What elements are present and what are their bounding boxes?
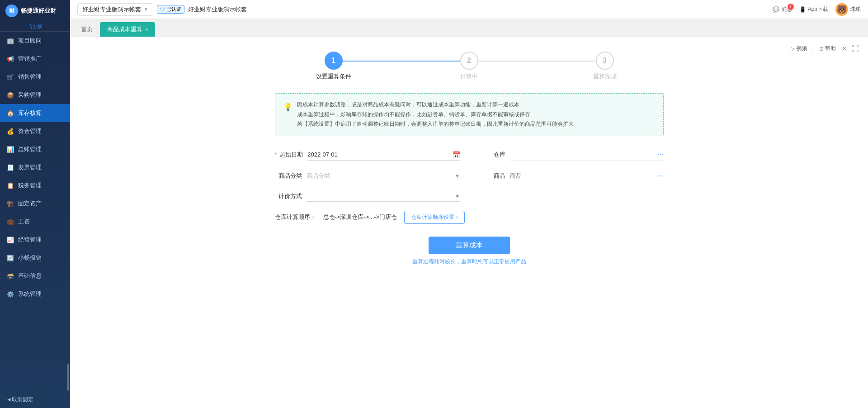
notice-icon: 💡 <box>283 101 292 129</box>
sidebar-icon-base: 🗃️ <box>6 272 14 280</box>
sidebar-item-payroll[interactable]: 💼 工资 <box>0 213 70 231</box>
pricing-select[interactable]: ▼ <box>307 191 460 202</box>
goods-input[interactable] <box>510 172 658 179</box>
goods-label: 商品 <box>478 172 505 180</box>
sidebar-item-base[interactable]: 🗃️ 基础信息 <box>0 267 70 285</box>
sidebar-label-invoice: 发票管理 <box>18 163 42 171</box>
tabbar: 首页商品成本重算× <box>70 19 868 37</box>
tab-label-recalc: 商品成本重算 <box>107 25 142 33</box>
help-icon: ⊙ <box>819 46 824 52</box>
sidebar-item-marketing[interactable]: 📢 营销推广 <box>0 50 70 68</box>
sidebar-icon-project: 🏢 <box>6 37 14 45</box>
sidebar-icon-expense: 🔄 <box>6 254 14 262</box>
sidebar-label-tax: 税务管理 <box>18 181 42 190</box>
step-1: 1 设置重算条件 <box>266 52 401 81</box>
sidebar-label-expense: 小畅报销 <box>18 254 42 262</box>
warehouse-dots-button[interactable]: ··· <box>657 151 663 159</box>
user-avatar-button[interactable]: 🐻 珠珠 <box>835 3 861 16</box>
video-link[interactable]: ▷ 视频 <box>791 45 807 52</box>
sidebar-item-project[interactable]: 🏢 项目顾问 <box>0 32 70 50</box>
calendar-icon[interactable]: 📅 <box>453 151 460 158</box>
step-2: 2 计算中 <box>401 52 537 81</box>
sidebar-label-payroll: 工资 <box>18 218 30 226</box>
form-row-1: * 起始日期 📅 仓库 ··· <box>275 149 664 161</box>
notice-box: 💡 因成本计算参数调整，或是对商品成本有疑问时，可以通过成本重算功能，重新计算一… <box>275 93 664 136</box>
sidebar-icon-payroll: 💼 <box>6 218 14 226</box>
notice-line: 若【系统设置】中启用了自动调整记账日期时，会调整入库单的整单记账日期，因此重新计… <box>297 119 574 129</box>
start-date-input[interactable] <box>307 151 452 158</box>
step-label-3: 重算完成 <box>593 72 617 81</box>
category-select[interactable]: 商品分类 ▼ <box>307 170 460 182</box>
step-circle-3: 3 <box>596 52 614 70</box>
sidebar-unpin-button[interactable]: ◄取消固定 <box>0 391 70 408</box>
logo-text: 畅捷通好业财 <box>21 7 56 15</box>
sidebar-item-expense[interactable]: 🔄 小畅报销 <box>0 249 70 267</box>
start-date-input-wrap[interactable]: 📅 <box>307 149 460 161</box>
warehouse-input[interactable] <box>510 151 658 158</box>
form-row-3: 计价方式 ▼ <box>275 191 664 202</box>
topbar-left: 好业财专业版演示帐套 ▼ 🛡 已认证 好业财专业版演示帐套 <box>77 3 247 16</box>
start-date-field: * 起始日期 📅 <box>275 149 460 161</box>
goods-dots-button[interactable]: ··· <box>657 172 663 180</box>
sidebar-item-operations[interactable]: 📈 经营管理 <box>0 231 70 249</box>
sidebar-icon-tax: 📋 <box>6 181 14 190</box>
message-button[interactable]: 💬 消息 1 <box>773 5 792 13</box>
company-select[interactable]: 好业财专业版演示帐套 ▼ <box>77 3 153 16</box>
sidebar-item-assets[interactable]: 🏗️ 固定资产 <box>0 195 70 213</box>
warehouse-order-settings-button[interactable]: 仓库计算顺序设置 › <box>404 211 465 224</box>
sidebar-label-accounting: 总账管理 <box>18 145 42 153</box>
sidebar-icon-operations: 📈 <box>6 236 14 244</box>
sidebar-item-sales[interactable]: 🛒 销售管理 <box>0 68 70 86</box>
message-icon: 💬 <box>773 6 779 13</box>
sidebar: 财 畅捷通好业财 专业版 🏢 项目顾问 📢 营销推广 🛒 销售管理 📦 采购管理… <box>0 0 70 408</box>
sidebar-label-project: 项目顾问 <box>18 37 42 45</box>
help-link[interactable]: ⊙ 帮助 <box>819 45 836 52</box>
sidebar-icon-marketing: 📢 <box>6 55 14 63</box>
sidebar-item-purchase[interactable]: 📦 采购管理 <box>0 86 70 104</box>
warehouse-order-value: 总仓->深圳仓库->...->门店仓 <box>323 213 397 221</box>
warehouse-input-wrap[interactable]: ··· <box>510 149 664 161</box>
maximize-button[interactable]: ⛶ <box>852 45 859 53</box>
logo-icon: 财 <box>5 5 18 17</box>
sidebar-item-system[interactable]: ⚙️ 系统管理 <box>0 285 70 303</box>
chevron-right-icon: › <box>456 214 458 220</box>
tab-close-recalc[interactable]: × <box>145 27 148 32</box>
warehouse-field: 仓库 ··· <box>478 149 664 161</box>
sidebar-item-tax[interactable]: 📋 税务管理 <box>0 176 70 195</box>
verified-badge: 🛡 已认证 <box>157 5 184 14</box>
sidebar-item-inventory[interactable]: 🏠 库存核算 <box>0 104 70 122</box>
sidebar-label-base: 基础信息 <box>18 272 42 280</box>
sidebar-label-sales: 销售管理 <box>18 73 42 81</box>
shield-icon: 🛡 <box>160 7 165 12</box>
form-row-2: 商品分类 商品分类 ▼ 商品 ··· <box>275 170 664 182</box>
company-select-value: 好业财专业版演示帐套 <box>82 5 141 14</box>
close-button[interactable]: ✕ <box>841 44 847 53</box>
notice-line: 成本重算过程中，影响库存账的操作均不能操作，比如进货单、销货单、库存单据不能审核… <box>297 110 574 120</box>
recalculate-button[interactable]: 重算成本 <box>429 237 510 254</box>
sidebar-item-finance[interactable]: 💰 资金管理 <box>0 122 70 140</box>
warehouse-label: 仓库 <box>478 151 505 159</box>
sidebar-label-assets: 固定资产 <box>18 199 42 208</box>
form-area: * 起始日期 📅 仓库 ··· <box>275 149 664 266</box>
category-value: 商品分类 <box>307 172 455 180</box>
sidebar-item-accounting[interactable]: 📊 总账管理 <box>0 140 70 158</box>
app-download-button[interactable]: 📱 App下载 <box>799 5 828 13</box>
step-3: 3 重算完成 <box>537 52 673 81</box>
tab-recalc[interactable]: 商品成本重算× <box>100 22 155 37</box>
sidebar-label-finance: 资金管理 <box>18 127 42 135</box>
step-circle-1: 1 <box>325 52 343 70</box>
sidebar-label-inventory: 库存核算 <box>18 109 42 117</box>
sidebar-icon-purchase: 📦 <box>6 91 14 99</box>
sidebar-nav: 🏢 项目顾问 📢 营销推广 🛒 销售管理 📦 采购管理 🏠 库存核算 💰 资金管… <box>0 32 70 364</box>
sidebar-icon-sales: 🛒 <box>6 73 14 81</box>
avatar: 🐻 <box>835 3 848 16</box>
sidebar-label-system: 系统管理 <box>18 290 42 298</box>
pricing-chevron-icon: ▼ <box>455 193 460 199</box>
company-select-chevron: ▼ <box>144 7 148 12</box>
tab-home[interactable]: 首页 <box>74 22 100 37</box>
start-date-label: * 起始日期 <box>275 151 303 159</box>
sidebar-item-invoice[interactable]: 🧾 发票管理 <box>0 158 70 176</box>
submit-hint: 重算过程耗时较长，重算时您可以正常使用产品 <box>275 258 664 266</box>
content-actions: ▷ 视频 | ⊙ 帮助 ✕ ⛶ <box>791 44 859 53</box>
goods-input-wrap[interactable]: ··· <box>510 170 664 182</box>
